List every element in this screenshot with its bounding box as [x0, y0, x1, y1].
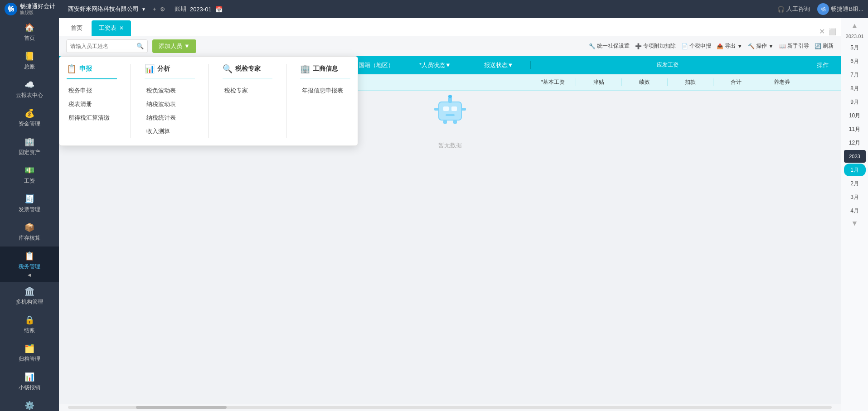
tax-return-button[interactable]: 📄 个税申报 — [681, 42, 711, 50]
cal-prev-9[interactable]: 9月 — [844, 96, 866, 108]
archive-icon: 🗂️ — [24, 343, 34, 353]
popup-item-tax-table[interactable]: 税表清册 — [67, 97, 117, 111]
add-person-button[interactable]: 添加人员 ▼ — [152, 39, 196, 53]
invoice-icon: 🧾 — [24, 194, 34, 204]
popup-item-tax-payment[interactable]: 纳税波动表 — [145, 97, 195, 111]
popup-item-tax-calc[interactable]: 所得税汇算清缴 — [67, 111, 117, 125]
export-button[interactable]: 📤 导出 ▼ — [717, 42, 742, 50]
cal-month-2[interactable]: 2月 — [844, 177, 866, 190]
company-dropdown-icon: ▼ — [141, 7, 146, 12]
sidebar-item-report[interactable]: 📊 小畅报销 — [0, 367, 59, 396]
sidebar-item-tax[interactable]: 📋 税务管理 ◀ — [0, 247, 59, 282]
special-icon: ➕ — [635, 43, 642, 49]
report-status-filter-icon[interactable]: ▼ — [508, 62, 514, 68]
popup-section-bizinfo: 🏢 工商信息 年报信息申报表 — [300, 64, 350, 138]
calendar-panel: ▲ 2023.01 5月 6月 7月 8月 9月 10月 11月 12月 202… — [841, 18, 868, 411]
sidebar-item-cloud[interactable]: ☁️ 云报表中心 — [0, 75, 59, 104]
popup-section-expert: 🔍 税检专家 税检专家 — [223, 64, 273, 138]
popup-header-expert: 🔍 税检专家 — [223, 64, 273, 79]
cal-month-1[interactable]: 1月 — [844, 164, 866, 176]
sidebar-item-ledger[interactable]: 📒 总账 — [0, 47, 59, 75]
cal-month-4[interactable]: 4月 — [844, 204, 866, 217]
sidebar-item-asset[interactable]: 🏢 固定资产 — [0, 132, 59, 161]
salary-icon: 💵 — [24, 165, 34, 175]
th-allowance: 津贴 — [576, 78, 622, 86]
th-salary-group: 应发工资 — [530, 61, 805, 69]
popup-item-annual-report[interactable]: 年报信息申报表 — [300, 84, 350, 97]
tab-home[interactable]: 首页 — [63, 20, 90, 36]
guide-btn-icon: 📖 — [779, 43, 786, 49]
service-button[interactable]: 🎧 人工咨询 — [777, 5, 810, 13]
popup-header-declare: 📋 申报 — [67, 64, 117, 79]
calendar-icon[interactable]: 📅 — [215, 6, 223, 13]
sidebar-item-close[interactable]: 🔒 结账 — [0, 310, 59, 339]
person-status-filter-icon[interactable]: ▼ — [445, 62, 451, 68]
cal-prev-12[interactable]: 12月 — [844, 136, 866, 149]
main-layout: 🏠 首页 📒 总账 ☁️ 云报表中心 💰 资金管理 🏢 固定资产 💵 工资 🧾 … — [0, 18, 868, 411]
top-bar: 畅 畅捷通好会计 旗舰版 西安虾米网络科技有限公司 ▼ ＋ ⚙ 账期 2023-… — [0, 0, 868, 18]
sidebar-item-home[interactable]: 🏠 首页 — [0, 18, 59, 47]
cal-month-3[interactable]: 3月 — [844, 191, 866, 203]
cal-year-header: 2023.01 — [841, 32, 868, 41]
popup-item-tax-stat[interactable]: 纳税统计表 — [145, 111, 195, 125]
svg-rect-6 — [434, 108, 439, 111]
sidebar-item-basic[interactable]: ⚙️ 基础设置 — [0, 396, 59, 411]
operate-button[interactable]: 🔨 操作 ▼ — [748, 42, 774, 50]
svg-rect-0 — [439, 102, 461, 120]
tab-close-icon[interactable]: ✕ — [119, 25, 124, 31]
dropdown-arrow-icon: ▼ — [184, 43, 190, 49]
toolbar-actions: 🔧 统一社保设置 ➕ 专项附加扣除 📄 个税申报 📤 导出 ▼ 🔨 — [589, 42, 834, 50]
refresh-button[interactable]: 🔄 刷新 — [815, 42, 834, 50]
ledger-icon: 📒 — [24, 51, 34, 61]
sidebar-item-fund[interactable]: 💰 资金管理 — [0, 104, 59, 132]
company-selector[interactable]: 西安虾米网络科技有限公司 ▼ ＋ ⚙ — [68, 5, 165, 13]
scrollbar-track[interactable] — [68, 406, 832, 409]
cal-prev-7[interactable]: 7月 — [844, 68, 866, 81]
settings-icon[interactable]: ⚙ — [160, 6, 165, 13]
sidebar-item-salary[interactable]: 💵 工资 — [0, 161, 59, 189]
cal-nav-up[interactable]: ▲ — [849, 20, 860, 32]
cal-prev-8[interactable]: 8月 — [844, 82, 866, 95]
popup-item-tax-burden[interactable]: 税负波动表 — [145, 84, 195, 97]
maximize-icon[interactable]: ⬜ — [829, 28, 836, 35]
empty-icon — [432, 91, 468, 134]
special-deduction-button[interactable]: ➕ 专项附加扣除 — [635, 42, 676, 50]
close-window-icon[interactable]: ✕ — [819, 27, 825, 36]
social-insurance-button[interactable]: 🔧 统一社保设置 — [589, 42, 630, 50]
bizinfo-icon: 🏢 — [300, 64, 310, 74]
popup-header-analysis: 📊 分析 — [145, 64, 195, 79]
tax-management-popup: 📋 申报 税务申报 税表清册 所得税汇算清缴 📊 分析 税负波动表 纳税波动表 … — [59, 56, 358, 146]
tab-salary-table[interactable]: 工资表 ✕ — [92, 20, 131, 36]
cal-nav-down[interactable]: ▼ — [849, 218, 860, 229]
search-input[interactable] — [70, 43, 134, 49]
cal-prev-5[interactable]: 5月 — [844, 41, 866, 54]
logo: 畅 畅捷通好会计 旗舰版 — [5, 3, 63, 15]
sidebar-item-inventory[interactable]: 📦 库存核算 — [0, 218, 59, 247]
cal-prev-11[interactable]: 11月 — [844, 123, 866, 135]
popup-item-income-calc[interactable]: 收入测算 — [145, 125, 195, 138]
popup-header-bizinfo: 🏢 工商信息 — [300, 64, 350, 79]
refresh-icon: 🔄 — [815, 43, 821, 49]
sidebar-item-invoice[interactable]: 🧾 发票管理 — [0, 189, 59, 218]
cloud-icon: ☁️ — [24, 80, 34, 90]
popup-item-tax-expert[interactable]: 税检专家 — [223, 84, 273, 97]
toolbar: 🔍 添加人员 ▼ 🔧 统一社保设置 ➕ 专项附加扣除 📄 个税申报 — [59, 36, 841, 56]
sidebar-item-archive[interactable]: 🗂️ 归档管理 — [0, 339, 59, 367]
scrollbar-thumb[interactable] — [136, 406, 227, 409]
add-company-icon[interactable]: ＋ — [151, 5, 157, 13]
social-icon: 🔧 — [589, 43, 596, 49]
period-selector[interactable]: 账期 2023-01 📅 — [175, 5, 223, 13]
basic-icon: ⚙️ — [24, 401, 34, 411]
svg-rect-9 — [453, 120, 457, 124]
empty-text: 暂无数据 — [438, 141, 462, 150]
popup-item-tax-declare[interactable]: 税务申报 — [67, 84, 117, 97]
cal-prev-10[interactable]: 10月 — [844, 109, 866, 122]
content-area: 首页 工资表 ✕ ✕ ⬜ 🔍 添加人员 ▼ 🔧 — [59, 18, 841, 411]
user-menu[interactable]: 畅 畅捷通B组... — [817, 3, 863, 15]
export-icon: 📤 — [717, 43, 723, 49]
cal-prev-6[interactable]: 6月 — [844, 55, 866, 68]
svg-rect-8 — [443, 120, 447, 124]
guide-button[interactable]: 📖 新手引导 — [779, 42, 809, 50]
sidebar-item-multi[interactable]: 🏛️ 多机构管理 — [0, 282, 59, 310]
th-deduct: 扣款 — [668, 78, 713, 86]
